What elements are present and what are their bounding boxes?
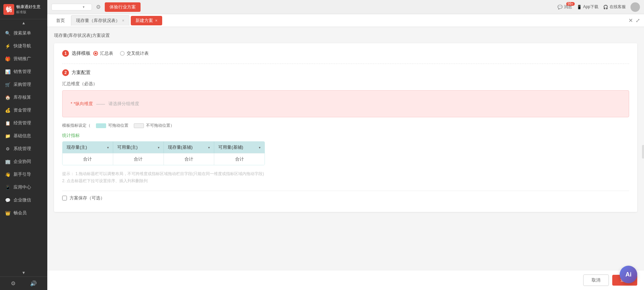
sidebar-item-label: 新手引导 — [14, 171, 31, 177]
tab-inventory-close-icon[interactable]: × — [122, 18, 124, 23]
legend-prefix-label: 模板指标设定（ — [62, 123, 91, 128]
sidebar-item-basic-info[interactable]: 📁 基础信息 — [0, 129, 47, 142]
message-badge: 99+ — [566, 2, 575, 6]
indicator-col-3-label: 现存量(基辅) — [168, 144, 193, 150]
sidebar-item-label: 企业微信 — [14, 197, 31, 203]
col-3-chevron-icon[interactable]: ▾ — [208, 146, 210, 149]
sidebar-scroll-up[interactable]: ▲ — [0, 19, 47, 27]
sidebar-item-finance[interactable]: 💰 资金管理 — [0, 104, 47, 117]
scheme-save-checkbox[interactable] — [62, 196, 67, 200]
legend-not-draggable-item: 不可拖动位置） — [134, 123, 174, 128]
required-star: * — [71, 101, 72, 106]
sidebar-item-new-guide[interactable]: 👋 新手引导 — [0, 168, 47, 181]
sidebar-item-marketing[interactable]: 🎁 营销推广 — [0, 52, 47, 65]
radio-summary-label: 汇总表 — [100, 50, 113, 56]
system-icon: ⚙ — [5, 146, 11, 152]
sidebar-item-enterprise[interactable]: 🏢 企业协同 — [0, 155, 47, 168]
col-4-chevron-icon[interactable]: ▾ — [259, 146, 261, 149]
dim-config-area[interactable]: * *纵向维度 —— 请选择分组维度 — [62, 90, 629, 117]
content-area: 现存量(库存状况表)方案设置 1 选择模板 汇总表 交叉统计表 — [47, 27, 644, 270]
sidebar-item-quick-nav[interactable]: ⚡ 快捷导航 — [0, 40, 47, 52]
sidebar-item-label: 采购管理 — [14, 81, 31, 88]
sidebar-item-label: 基础信息 — [14, 133, 31, 139]
sidebar-item-label: 畅会员 — [14, 210, 27, 216]
indicator-col-1[interactable]: 现存量(主) ▾ — [63, 142, 113, 153]
sidebar-item-operations[interactable]: 📋 经营管理 — [0, 117, 47, 129]
indicator-col-4[interactable]: 可用量(基辅) ▾ — [214, 142, 265, 153]
online-service-btn[interactable]: 🎧 在线客服 — [603, 4, 626, 10]
sidebar: 畅 畅康通好生意 标准版 ▲ 🔍 搜索菜单 ⚡ 快捷导航 🎁 营销推广 📊 销售… — [0, 0, 47, 290]
trial-btn[interactable]: 体验行业方案 — [105, 2, 141, 12]
tip-2: 2. 点击标题栏下拉可设置排序、插入列和删除列 — [62, 178, 629, 184]
message-btn[interactable]: 💬 消息 99+ — [558, 4, 572, 10]
enterprise-icon: 🏢 — [5, 159, 11, 165]
operations-icon: 📋 — [5, 120, 11, 126]
sidebar-item-label: 销售管理 — [14, 69, 31, 75]
sidebar-bottom: ⚙ 🔊 — [0, 276, 47, 290]
sidebar-item-inventory[interactable]: 🏠 库存核算 — [0, 91, 47, 104]
indicator-col-1-label: 现存量(主) — [67, 144, 87, 150]
tab-inventory-label: 现存量（库存状况表） — [76, 18, 120, 24]
step2-header: 2 方案配置 — [62, 69, 629, 76]
topbar-chevron-icon[interactable]: ▾ — [83, 5, 84, 9]
indicator-col-2[interactable]: 可用量(主) ▾ — [113, 142, 164, 153]
indicator-cell-2: 合计 — [113, 153, 164, 165]
member-icon: 👑 — [5, 210, 11, 216]
indicator-header-row: 现存量(主) ▾ 可用量(主) ▾ 现存量(基辅) ▾ — [63, 142, 265, 153]
sidebar-search-label: 搜索菜单 — [14, 30, 31, 36]
sidebar-search[interactable]: 🔍 搜索菜单 — [0, 27, 47, 40]
sidebar-item-sales[interactable]: 📊 销售管理 — [0, 65, 47, 78]
audio-icon[interactable]: 🔊 — [30, 280, 37, 287]
tab-close-btn[interactable]: ✕ — [628, 17, 633, 24]
right-resize-handle[interactable] — [642, 145, 644, 159]
legend-draggable-item: 可拖动位置 — [96, 123, 128, 128]
topbar-input[interactable] — [54, 5, 81, 9]
tab-home[interactable]: 首页 — [51, 16, 70, 26]
sidebar-item-system[interactable]: ⚙ 系统管理 — [0, 142, 47, 155]
cancel-button[interactable]: 取消 — [583, 274, 609, 286]
main-area: ▾ ⚙ 体验行业方案 💬 消息 99+ 📱 App下载 🎧 在线客服 首页 — [47, 0, 644, 290]
tab-new-scheme-label: 新建方案 — [135, 18, 153, 24]
message-icon: 💬 — [558, 5, 563, 9]
topbar-gear-icon[interactable]: ⚙ — [96, 4, 101, 10]
app-center-icon: 📱 — [5, 184, 11, 190]
divider-1 — [62, 64, 629, 64]
stats-label: 统计指标 — [62, 132, 629, 139]
tab-inventory-status[interactable]: 现存量（库存状况表） × — [71, 15, 129, 26]
finance-icon: 💰 — [5, 107, 11, 113]
scheme-save-label: 方案保存（可选） — [70, 195, 105, 201]
sidebar-item-purchase[interactable]: 🛒 采购管理 — [0, 78, 47, 91]
topbar: ▾ ⚙ 体验行业方案 💬 消息 99+ 📱 App下载 🎧 在线客服 — [47, 0, 644, 14]
indicator-data-row: 合计 合计 合计 合计 — [63, 153, 265, 165]
sidebar-item-member[interactable]: 👑 畅会员 — [0, 207, 47, 219]
tab-new-scheme-close-icon[interactable]: × — [155, 18, 157, 23]
indicator-cell-1: 合计 — [63, 153, 113, 165]
legend-draggable-label: 可拖动位置 — [108, 123, 128, 128]
indicator-table: 现存量(主) ▾ 可用量(主) ▾ 现存量(基辅) ▾ — [62, 141, 265, 165]
settings-icon[interactable]: ⚙ — [11, 280, 16, 287]
quick-nav-icon: ⚡ — [5, 43, 11, 49]
step2-badge: 2 — [62, 69, 69, 76]
ai-badge[interactable]: Ai — [620, 266, 637, 283]
page-title: 现存量(库存状况表)方案设置 — [54, 32, 637, 39]
col-2-chevron-icon[interactable]: ▾ — [158, 146, 159, 149]
app-edition: 标准版 — [16, 10, 41, 15]
col-1-chevron-icon[interactable]: ▾ — [107, 146, 109, 149]
tab-new-scheme[interactable]: 新建方案 × — [131, 16, 162, 25]
sidebar-scroll-down[interactable]: ▼ — [0, 269, 47, 276]
sidebar-item-enterprise-wechat[interactable]: 💬 企业微信 — [0, 194, 47, 207]
radio-summary-dot — [93, 51, 98, 56]
tab-expand-btn[interactable]: ⤢ — [636, 17, 640, 24]
scheme-save-row: 方案保存（可选） — [62, 191, 629, 205]
tab-home-label: 首页 — [56, 18, 65, 24]
sidebar-item-app-center[interactable]: 📱 应用中心 — [0, 181, 47, 194]
app-logo-icon: 畅 — [3, 4, 14, 15]
tabbar-actions: ✕ ⤢ — [628, 17, 640, 24]
step1-badge: 1 — [62, 50, 69, 57]
radio-cross[interactable]: 交叉统计表 — [120, 50, 149, 56]
indicator-col-3[interactable]: 现存量(基辅) ▾ — [164, 142, 215, 153]
app-download-btn[interactable]: 📱 App下载 — [577, 4, 598, 10]
footer-bar: 取消 查询 — [47, 270, 644, 290]
radio-summary[interactable]: 汇总表 — [93, 50, 113, 56]
user-avatar[interactable] — [630, 2, 640, 12]
